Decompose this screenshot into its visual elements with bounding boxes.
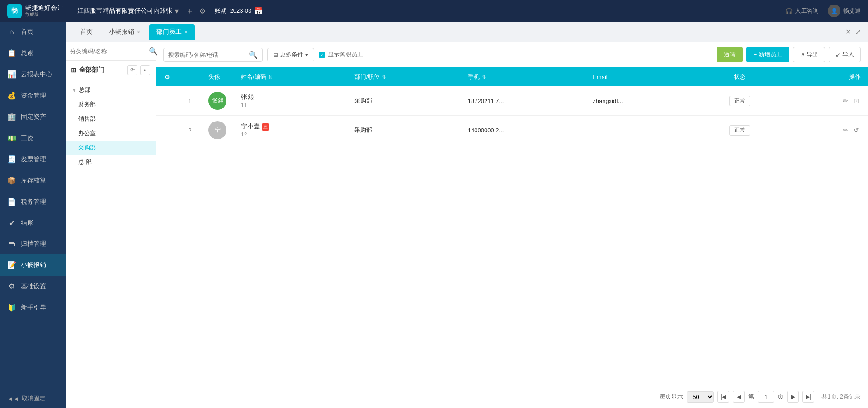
- page-last-btn[interactable]: ▶|: [802, 391, 814, 403]
- col-dept[interactable]: 部门/职位 ⇅: [347, 67, 461, 86]
- table-row: 2 宁 宁小壹应 12 采购部 14000000 2... 正常 ✏ ↺: [156, 116, 868, 145]
- dept-item-general-hq[interactable]: 总 部: [66, 155, 156, 169]
- tab-close-window-btn[interactable]: ✕: [845, 28, 851, 36]
- sidebar-item-label: 结账: [21, 219, 33, 227]
- col-phone[interactable]: 手机 ⇅: [461, 67, 585, 86]
- dept-search-input[interactable]: [70, 48, 146, 55]
- filter-button[interactable]: ⊟ 更多条件 ▾: [267, 48, 314, 61]
- invoice-icon: 🧾: [7, 155, 16, 164]
- emp-panel: 🔍 ⊟ 更多条件 ▾ ✓ 显示离职员工 邀请: [156, 42, 868, 408]
- assets-icon: 🏢: [7, 113, 16, 121]
- status-badge: 正常: [729, 96, 750, 106]
- app-sub: 旗舰版: [25, 11, 63, 18]
- sidebar-item-expense[interactable]: 📝 小畅报销: [0, 254, 66, 276]
- sidebar-item-home[interactable]: ⌂ 首页: [0, 22, 66, 42]
- dept-item-purchase[interactable]: 采购部: [66, 141, 156, 155]
- sidebar-item-tax[interactable]: 📄 税务管理: [0, 191, 66, 212]
- top-header: 畅 畅捷通好会计 旗舰版 江西服宝精品有限责任公司内账张 ▾ ＋ ⚙ 账期 20…: [0, 0, 868, 22]
- reports-icon: 📊: [7, 70, 16, 79]
- sidebar-item-assets[interactable]: 🏢 固定资产: [0, 106, 66, 127]
- sidebar-item-ledger[interactable]: 📋 总账: [0, 42, 66, 64]
- all-dept-header: ⊞ 全部部门 ⟳ «: [66, 61, 156, 80]
- col-name[interactable]: 姓名/编码 ⇅: [234, 67, 347, 86]
- salary-icon: 💵: [7, 134, 16, 142]
- more-ops-button[interactable]: ↺: [852, 126, 861, 135]
- dept-item-hq[interactable]: ▾ 总部: [66, 83, 156, 97]
- service-button[interactable]: 🎧 人工咨询: [785, 7, 819, 15]
- emp-search-icon[interactable]: 🔍: [249, 51, 258, 59]
- sidebar-item-settings[interactable]: ⚙ 基础设置: [0, 276, 66, 297]
- company-dropdown-icon[interactable]: ▾: [175, 7, 179, 15]
- sidebar-item-guide[interactable]: 🔰 新手引导: [0, 297, 66, 318]
- sidebar-item-label: 总账: [21, 49, 33, 57]
- tab-dept-emp-close[interactable]: ×: [184, 29, 188, 35]
- sidebar-item-inventory[interactable]: 📦 库存核算: [0, 170, 66, 191]
- tab-expense-close[interactable]: ×: [137, 29, 140, 35]
- tab-dept-emp[interactable]: 部门员工 ×: [149, 24, 195, 40]
- per-page-label: 每页显示: [660, 393, 683, 401]
- add-company-icon[interactable]: ＋: [186, 5, 194, 16]
- sidebar-item-invoice[interactable]: 🧾 发票管理: [0, 149, 66, 170]
- sidebar-item-label: 发票管理: [21, 155, 46, 164]
- sidebar-item-label: 资金管理: [21, 92, 46, 100]
- calendar-icon[interactable]: 📅: [254, 7, 263, 15]
- col-status: 状态: [696, 67, 783, 86]
- user-menu[interactable]: 👤 畅捷通: [828, 5, 861, 17]
- row-ops-cell: ✏ ⊡: [783, 86, 868, 116]
- ledger-icon: 📋: [7, 49, 16, 57]
- sort-name-icon: ⇅: [269, 75, 272, 80]
- logo-icon: 畅: [7, 4, 22, 18]
- dept-item-sales[interactable]: 销售部: [66, 112, 156, 126]
- tab-bar-right: ✕ ⤢: [845, 28, 861, 36]
- page-first-btn[interactable]: |◀: [717, 391, 729, 403]
- headset-icon: 🎧: [785, 8, 793, 14]
- invite-button[interactable]: 邀请: [717, 47, 743, 62]
- row-num: 2: [179, 116, 201, 145]
- sidebar-item-label: 税务管理: [21, 198, 46, 206]
- col-settings[interactable]: ⚙: [156, 67, 179, 86]
- row-name-cell: 宁小壹应 12: [234, 116, 347, 145]
- filter-icon: ⊟: [273, 52, 278, 58]
- row-email-cell: [585, 116, 696, 145]
- emp-avatar: 宁: [208, 121, 226, 139]
- tab-home[interactable]: 首页: [73, 24, 100, 40]
- export-button[interactable]: ↗ 导出: [793, 47, 825, 62]
- app-name: 畅捷通好会计: [25, 4, 63, 12]
- emp-toolbar: 🔍 ⊟ 更多条件 ▾ ✓ 显示离职员工 邀请: [156, 42, 868, 67]
- sidebar-item-label: 新手引导: [21, 304, 46, 312]
- page-label-first: 第: [748, 393, 754, 401]
- row-num: 1: [179, 86, 201, 116]
- page-next-btn[interactable]: ▶: [787, 391, 799, 403]
- sidebar-item-checkout[interactable]: ✔ 结账: [0, 212, 66, 234]
- more-ops-button[interactable]: ⊡: [852, 96, 861, 105]
- tab-expense[interactable]: 小畅报销 ×: [102, 24, 147, 40]
- import-button[interactable]: ↙ 导入: [829, 47, 861, 62]
- sidebar-item-funds[interactable]: 💰 资金管理: [0, 85, 66, 106]
- show-resign-checkbox[interactable]: ✓: [319, 52, 325, 58]
- per-page-select[interactable]: 50 100: [687, 391, 714, 403]
- dept-item-finance[interactable]: 财务部: [66, 97, 156, 112]
- row-name-cell: 张熙 11: [234, 86, 347, 116]
- dept-collapse-btn[interactable]: «: [140, 65, 150, 75]
- dept-item-office[interactable]: 办公室: [66, 126, 156, 141]
- dept-tree: ▾ 总部 财务部 销售部 办公室 采购部: [66, 80, 156, 408]
- header-settings-icon[interactable]: ⚙: [199, 7, 206, 15]
- sidebar-item-reports[interactable]: 📊 云报表中心: [0, 64, 66, 85]
- edit-button[interactable]: ✏: [841, 96, 850, 105]
- dept-refresh-btn[interactable]: ⟳: [127, 65, 137, 75]
- emp-search-input[interactable]: [168, 52, 246, 58]
- tab-bar: 首页 小畅报销 × 部门员工 × ✕ ⤢: [66, 22, 868, 42]
- show-resign-toggle[interactable]: ✓ 显示离职员工: [319, 51, 363, 59]
- sidebar-item-archive[interactable]: 🗃 归档管理: [0, 234, 66, 254]
- tab-expand-btn[interactable]: ⤢: [855, 28, 861, 36]
- edit-button[interactable]: ✏: [841, 126, 850, 135]
- add-employee-button[interactable]: + 新增员工: [746, 47, 789, 62]
- home-icon: ⌂: [7, 28, 16, 36]
- cancel-pin-button[interactable]: ◄◄ 取消固定: [0, 389, 66, 408]
- page-prev-btn[interactable]: ◀: [733, 391, 745, 403]
- sidebar-item-salary[interactable]: 💵 工资: [0, 127, 66, 149]
- page-input[interactable]: [758, 391, 774, 403]
- emp-name: 张熙: [241, 93, 340, 101]
- col-avatar: 头像: [201, 67, 234, 86]
- header-right: 🎧 人工咨询 👤 畅捷通: [785, 5, 861, 17]
